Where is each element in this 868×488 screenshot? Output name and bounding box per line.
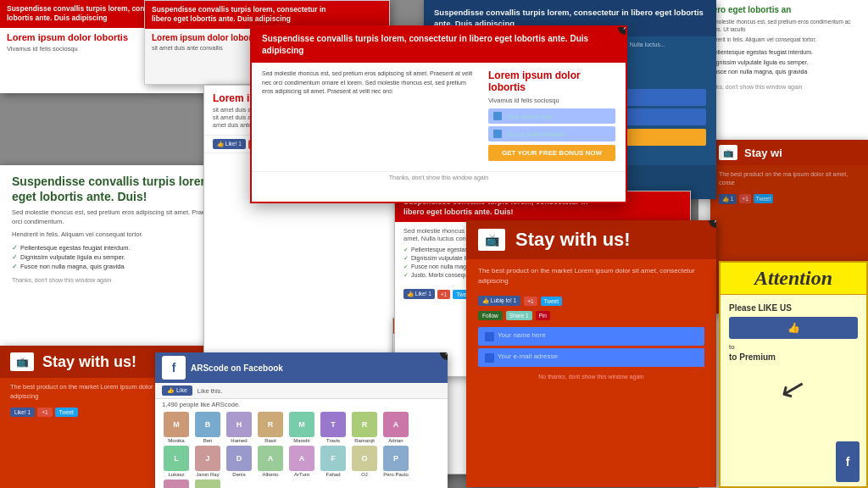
main-modal-title: Lorem ipsum dolor lobortis xyxy=(488,69,615,93)
avatar-name: Hamed xyxy=(225,438,253,443)
cs-chk-1: ✓ xyxy=(403,247,409,253)
avatar-item: AArTuro xyxy=(287,446,316,477)
cs-chk-4: ✓ xyxy=(403,272,409,279)
stay-pin-btn[interactable]: Pin xyxy=(536,311,550,320)
attention-title: Attention xyxy=(754,267,832,289)
avatar-item: MManshi xyxy=(287,412,316,443)
avatar-item: MMonika xyxy=(162,412,191,443)
stay-input-icon-name xyxy=(485,332,494,341)
to-text: to xyxy=(729,343,858,351)
avatar-img: T xyxy=(320,412,346,437)
avatar-img: A xyxy=(289,446,314,471)
fb-like-button[interactable]: 👍 xyxy=(729,317,858,339)
avatar-name: Manshi xyxy=(287,438,316,443)
main-input-name-label: Your name here xyxy=(505,113,554,120)
stay-s-like[interactable]: 👍 1 xyxy=(719,194,737,204)
avatar-name: ArTuro xyxy=(287,472,316,477)
popup-stay-center: × 📺 Stay with us! The best product on th… xyxy=(466,220,716,487)
main-input-icon-name xyxy=(493,112,502,120)
avatar-img: S xyxy=(195,480,220,488)
popup-attention: Attention Please LIKE US 👍 to to Premium… xyxy=(719,261,868,488)
like-btn-left[interactable]: Like! 1 xyxy=(10,408,35,417)
stay-plus-btn[interactable]: +1 xyxy=(524,297,537,306)
avatar-img: A xyxy=(383,412,409,437)
avatar-item: LLukasz xyxy=(162,446,191,477)
cs-chk-2: ✓ xyxy=(403,255,409,262)
tv-icon-small: 📺 xyxy=(719,145,737,160)
avatar-name: Lukasz xyxy=(162,472,191,477)
avatar-item: JJaron Ray xyxy=(193,446,222,477)
stay-center-body: The best product on the market Lorem ips… xyxy=(466,259,716,293)
stay-name-input[interactable]: Your name here xyxy=(478,327,704,346)
fb-header: f ARScode on Facebook xyxy=(155,352,448,383)
stay-title-left: Stay with us! xyxy=(42,353,136,371)
main-modal-right: Lorem ipsum dolor lobortis Vivamus id fe… xyxy=(488,69,615,164)
stay-s-plus[interactable]: +1 xyxy=(739,194,750,203)
avatar-img: M xyxy=(164,412,189,437)
bg-right-check3: ✓ Fusce non nulla magna, quis gravida xyxy=(703,68,864,75)
avatar-name: Ramanjit xyxy=(350,438,379,443)
avatar-name: OJ xyxy=(350,472,379,477)
main-modal-body: Sed molestie rhoncus est, sed pretium er… xyxy=(252,63,626,171)
tweet-btn-left[interactable]: Tweet xyxy=(55,408,78,417)
avatar-item: HHamed xyxy=(225,412,253,443)
main-modal-email-input[interactable]: Your e-mail adresse xyxy=(488,126,615,141)
stay-share-btn[interactable]: Share 1 xyxy=(506,311,532,320)
avatar-img: H xyxy=(226,412,252,437)
avatar-img: M xyxy=(289,412,314,437)
avatar-img: O xyxy=(352,446,377,471)
fb-avatars: MMonikaBBenHHamedRRasitMManshiTTravisRRa… xyxy=(155,410,448,488)
avatar-img: A xyxy=(164,480,189,488)
plus-btn-left[interactable]: +1 xyxy=(37,408,52,417)
cs-chk-3: ✓ xyxy=(403,263,409,270)
cs-like-btn[interactable]: 👍 Like! 1 xyxy=(403,289,435,299)
cs-plus-btn[interactable]: +1 xyxy=(437,290,450,299)
stay-center-header: 📺 Stay with us! xyxy=(466,220,716,259)
avatar-img: L xyxy=(164,446,189,471)
stay-like-btn[interactable]: 👍 Lubię to! 1 xyxy=(478,296,520,306)
main-modal-left-text: Sed molestie rhoncus est, sed pretium er… xyxy=(262,69,478,164)
fb-count: 1,490 people like ARScode. xyxy=(155,399,448,410)
popup-main-modal: × Suspendisse convallis turpis lorem, co… xyxy=(250,25,627,203)
avatar-item: OOJ xyxy=(350,446,379,477)
avatar-item: AArek xyxy=(162,480,191,488)
avatar-img: F xyxy=(320,446,346,471)
avatar-name: Monika xyxy=(162,438,191,443)
avatar-item: AAlberto xyxy=(256,446,285,477)
attention-header: Attention xyxy=(721,263,866,295)
bg-right-check1: ✓ Pellentesque egestas feugiat interdum. xyxy=(703,48,864,56)
bg-right-check2: ✓ Dignissim vulputate ligula eu semper. xyxy=(703,58,864,66)
fb-like-small-btn[interactable]: 👍 Like xyxy=(162,385,192,396)
fb-logo: f xyxy=(162,356,186,380)
green-chk-1: ✓ xyxy=(12,244,18,252)
stay-small-header: 📺 Stay wi xyxy=(710,140,868,165)
stay-center-footer[interactable]: No thanks, dont show this window again xyxy=(466,369,716,384)
avatar-img: R xyxy=(258,412,283,437)
avatar-img: D xyxy=(226,446,252,471)
avatar-item: SSzuke xyxy=(193,480,222,488)
avatar-name: Rasit xyxy=(256,438,285,443)
please-like-text: Please LIKE US xyxy=(729,303,858,313)
stay-title-small: Stay wi xyxy=(744,147,782,159)
main-modal-thanks[interactable]: Thanks, don't show this window again xyxy=(252,171,626,183)
main-modal-name-input[interactable]: Your name here xyxy=(488,108,615,124)
stay-s-tweet[interactable]: Tweet xyxy=(754,194,773,203)
stay-email-input[interactable]: Your e-mail adresse xyxy=(478,348,704,367)
avatar-name: Adrian xyxy=(381,438,410,443)
main-modal-cta[interactable]: GET YOUR FREE BONUS NOW xyxy=(488,145,615,161)
like-btn-wc[interactable]: 👍 Like! 1 xyxy=(213,139,246,149)
avatar-item: RRasit xyxy=(256,412,285,443)
avatar-item: TTravis xyxy=(319,412,348,443)
stay-center-social: 👍 Lubię to! 1 +1 Tweet xyxy=(466,293,716,308)
green-chk-3: ✓ xyxy=(12,263,18,270)
main-modal-sub: Vivamus id felis sociosqu xyxy=(488,97,615,104)
stay-title-center: Stay with us! xyxy=(515,229,631,251)
stay-tweet-btn[interactable]: Tweet xyxy=(541,297,562,306)
stay-follow-btn[interactable]: Follow xyxy=(478,311,503,320)
main-input-email-label: Your e-mail adresse xyxy=(505,130,565,138)
avatar-img: B xyxy=(195,412,220,437)
stay-input-icon-email xyxy=(485,353,494,363)
bg-right-body1: Sed molestie rhoncus est, sed pretium er… xyxy=(703,19,864,34)
avatar-img: P xyxy=(383,446,409,471)
fb-letter: f xyxy=(846,455,850,469)
